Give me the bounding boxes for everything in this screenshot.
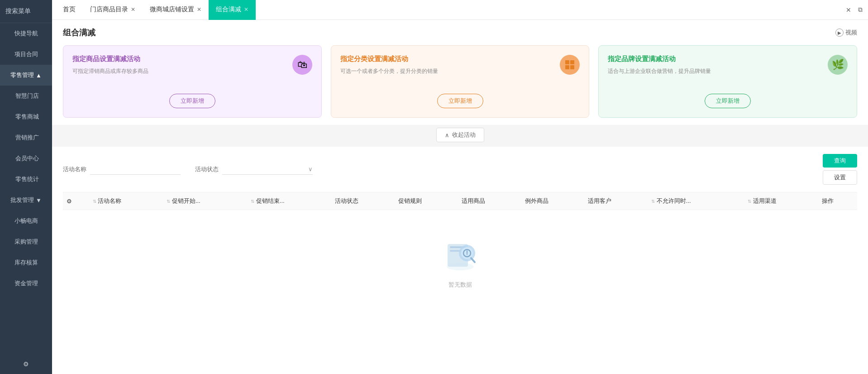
sidebar-item-wholesale-mgmt[interactable]: 批发管理 ▼ (0, 190, 52, 211)
column-settings[interactable]: ⚙ (63, 192, 89, 210)
column-applicable-customer: 适用客户 (584, 192, 648, 210)
sort-icon: ⇅ (748, 199, 751, 204)
activity-status-label: 活动状态 (195, 165, 219, 173)
sidebar-item-inventory[interactable]: 库存核算 (0, 252, 52, 273)
activity-name-label: 活动名称 (63, 165, 86, 173)
collapse-bar: ∧ 收起活动 (52, 125, 868, 147)
column-promo-end[interactable]: ⇅ 促销结束... (247, 192, 331, 210)
sort-icon: ⇅ (251, 199, 254, 204)
sidebar-item-xiaochang[interactable]: 小畅电商 (0, 211, 52, 231)
window-restore-button[interactable]: ⧉ (856, 6, 864, 14)
sidebar-item-purchase-mgmt[interactable]: 采购管理 (0, 231, 52, 252)
category-card-desc: 可选一个或者多个分类，提升分类的销量 (340, 67, 580, 75)
tab-home[interactable]: 首页 (56, 0, 83, 20)
query-button[interactable]: 查询 (823, 154, 857, 168)
svg-rect-2 (565, 65, 569, 69)
product-card-desc: 可指定滞销商品或库存较多商品 (72, 67, 312, 75)
collapse-button[interactable]: ∧ 收起活动 (436, 128, 484, 142)
svg-rect-3 (570, 65, 574, 69)
empty-icon (438, 228, 483, 273)
sidebar: 搜索菜单 快捷导航 项目合同 零售管理 ▲ 智慧门店 零售商城 营销推广 会员中… (0, 0, 52, 374)
column-operation: 操作 (818, 192, 857, 210)
filter-activity-name: 活动名称 (63, 164, 181, 175)
product-promo-card: 指定商品设置满减活动 可指定滞销商品或库存较多商品 🛍 立即新增 (63, 45, 322, 118)
tab-bar: 首页 门店商品目录 ✕ 微商城店铺设置 ✕ 组合满减 ✕ ✕ ⧉ (52, 0, 868, 20)
brand-promo-card: 指定品牌设置满减活动 适合与上游企业联合做营销，提升品牌销量 🌿 立即新增 (598, 45, 857, 118)
chevron-down-icon: ∨ (308, 166, 313, 173)
play-icon: ▶ (835, 29, 844, 37)
empty-text: 暂无数据 (448, 281, 472, 289)
sidebar-item-quick-nav[interactable]: 快捷导航 (0, 23, 52, 44)
filter-actions: 查询 设置 (823, 154, 857, 185)
activity-name-input[interactable] (90, 164, 181, 175)
close-tab-combo-discount[interactable]: ✕ (244, 6, 248, 13)
column-activity-status: 活动状态 (331, 192, 395, 210)
tab-store-catalog[interactable]: 门店商品目录 ✕ (83, 0, 143, 20)
page-header: 组合满减 ▶ 视频 (52, 20, 868, 42)
brand-card-icon: 🌿 (828, 55, 848, 75)
product-card-icon: 🛍 (292, 55, 312, 75)
column-applicable-goods: 适用商品 (458, 192, 521, 210)
chevron-up-icon: ▲ (36, 72, 42, 79)
page-title: 组合满减 (63, 27, 95, 38)
svg-rect-1 (570, 60, 574, 64)
window-close-button[interactable]: ✕ (844, 6, 853, 14)
close-tab-store-catalog[interactable]: ✕ (131, 6, 135, 13)
column-promo-rule: 促销规则 (395, 192, 458, 210)
column-activity-name[interactable]: ⇅ 活动名称 (89, 192, 163, 210)
sort-icon: ⇅ (651, 199, 655, 204)
settings-button[interactable]: 设置 (823, 170, 857, 185)
content-area: 组合满减 ▶ 视频 指定商品设置满减活动 可指定滞销商品或库存较多商品 🛍 立即… (52, 20, 868, 374)
table-section: ⚙ ⇅ 活动名称 ⇅ 促销开始... ⇅ 促销结束... (52, 192, 868, 327)
main-content: 首页 门店商品目录 ✕ 微商城店铺设置 ✕ 组合满减 ✕ ✕ ⧉ 组合满减 ▶ … (52, 0, 868, 374)
column-promo-start[interactable]: ⇅ 促销开始... (163, 192, 247, 210)
tab-wechat-store[interactable]: 微商城店铺设置 ✕ (143, 0, 209, 20)
activity-status-select[interactable]: ∨ (222, 164, 313, 175)
brand-add-button[interactable]: 立即新增 (705, 94, 751, 108)
sidebar-item-marketing[interactable]: 营销推广 (0, 127, 52, 148)
filter-section: 活动名称 活动状态 ∨ 查询 设置 (52, 147, 868, 192)
brand-card-title: 指定品牌设置满减活动 (608, 55, 848, 63)
chevron-down-icon: ▼ (36, 197, 42, 204)
sidebar-item-retail-mall[interactable]: 零售商城 (0, 106, 52, 127)
promo-cards-section: 指定商品设置满减活动 可指定滞销商品或库存较多商品 🛍 立即新增 指定分类设置满… (52, 42, 868, 125)
sidebar-item-fund-mgmt[interactable]: 资金管理 (0, 273, 52, 294)
sidebar-item-retail-management[interactable]: 零售管理 ▲ (0, 65, 52, 86)
category-promo-card: 指定分类设置满减活动 可选一个或者多个分类，提升分类的销量 立即新增 (331, 45, 590, 118)
sidebar-search[interactable]: 搜索菜单 (0, 0, 52, 23)
product-add-button[interactable]: 立即新增 (169, 94, 215, 108)
sidebar-item-member-center[interactable]: 会员中心 (0, 148, 52, 169)
close-tab-wechat-store[interactable]: ✕ (197, 6, 201, 13)
svg-point-13 (467, 254, 467, 255)
sidebar-item-retail-stats[interactable]: 零售统计 (0, 169, 52, 190)
column-excluded-goods: 例外商品 (521, 192, 585, 210)
category-add-button[interactable]: 立即新增 (437, 94, 483, 108)
tab-combo-discount[interactable]: 组合满减 ✕ (209, 0, 256, 20)
brand-card-desc: 适合与上游企业联合做营销，提升品牌销量 (608, 67, 848, 75)
empty-state: 暂无数据 (63, 210, 857, 316)
column-applicable-channel[interactable]: ⇅ 适用渠道 (744, 192, 818, 210)
window-controls: ✕ ⧉ (844, 6, 864, 14)
sidebar-item-project-contract[interactable]: 项目合同 (0, 44, 52, 65)
sidebar-item-smart-store[interactable]: 智慧门店 (0, 86, 52, 106)
sort-icon: ⇅ (167, 199, 170, 204)
svg-rect-0 (565, 60, 569, 64)
category-card-title: 指定分类设置满减活动 (340, 55, 580, 63)
video-link[interactable]: ▶ 视频 (835, 29, 857, 37)
sort-icon: ⇅ (93, 199, 96, 204)
activity-table: ⚙ ⇅ 活动名称 ⇅ 促销开始... ⇅ 促销结束... (63, 192, 857, 210)
column-no-concurrent[interactable]: ⇅ 不允许同时... (648, 192, 744, 210)
filter-activity-status: 活动状态 ∨ (195, 164, 313, 175)
table-header: ⚙ ⇅ 活动名称 ⇅ 促销开始... ⇅ 促销结束... (63, 192, 857, 210)
sidebar-settings[interactable]: ⚙ (0, 354, 52, 374)
product-card-title: 指定商品设置满减活动 (72, 55, 312, 63)
chevron-up-icon: ∧ (445, 132, 449, 139)
